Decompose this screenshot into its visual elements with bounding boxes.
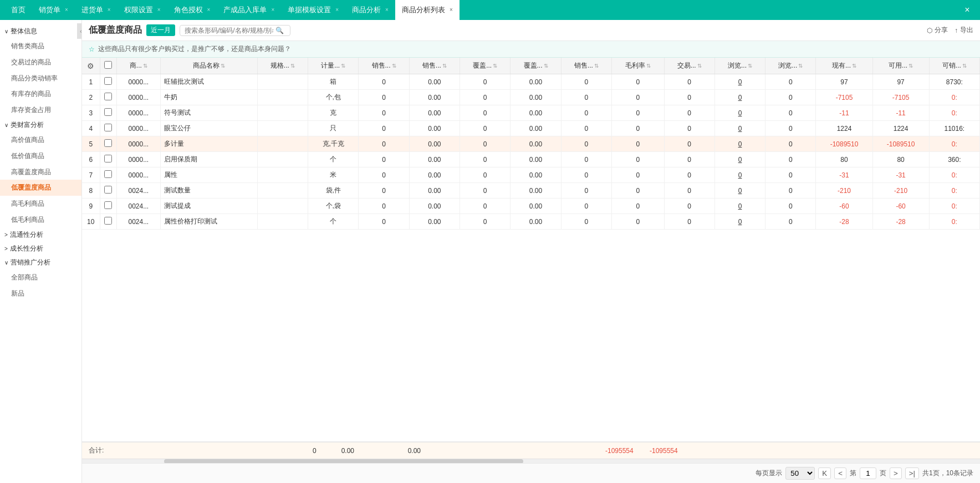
- sidebar-collapse-btn[interactable]: «: [77, 23, 82, 39]
- sidebar-item-high-margin[interactable]: 高毛利商品: [0, 196, 81, 212]
- row-browse-count[interactable]: 0: [714, 183, 765, 199]
- col-browse-count2[interactable]: 浏览...⇅: [765, 58, 816, 74]
- close-icon[interactable]: ×: [157, 0, 161, 20]
- nav-permission[interactable]: 权限设置 ×: [118, 0, 167, 20]
- row-browse-count[interactable]: 0: [714, 105, 765, 121]
- row-checkbox[interactable]: [100, 136, 116, 152]
- sidebar-section-growth[interactable]: > 成长性分析: [0, 242, 81, 256]
- next-page-button[interactable]: >: [890, 467, 902, 479]
- nav-template[interactable]: 单据模板设置 ×: [281, 0, 345, 20]
- col-browse-count[interactable]: 浏览...⇅: [714, 58, 765, 74]
- nav-purchase[interactable]: 进货单 ×: [75, 0, 118, 20]
- row-select-checkbox[interactable]: [104, 186, 112, 194]
- sidebar-item-traded-goods[interactable]: 交易过的商品: [0, 54, 81, 70]
- col-trade-count[interactable]: 交易...⇅: [664, 58, 714, 74]
- row-select-checkbox[interactable]: [104, 170, 112, 178]
- close-icon[interactable]: ×: [450, 0, 453, 20]
- row-checkbox[interactable]: [100, 74, 116, 90]
- col-spec[interactable]: 规格...⇅: [257, 58, 308, 74]
- share-button[interactable]: ⬡ 分享: [927, 26, 948, 35]
- sidebar-item-inventory-capital[interactable]: 库存资金占用: [0, 102, 81, 118]
- gear-icon[interactable]: ⚙: [87, 62, 94, 70]
- row-select-checkbox[interactable]: [104, 93, 112, 100]
- row-select-checkbox[interactable]: [104, 139, 112, 147]
- col-gear[interactable]: ⚙: [82, 58, 100, 74]
- col-name[interactable]: 商品名称⇅: [161, 58, 258, 74]
- row-select-checkbox[interactable]: [104, 201, 112, 209]
- prev-page-button[interactable]: <: [834, 467, 846, 479]
- row-select-checkbox[interactable]: [104, 77, 112, 85]
- row-checkbox[interactable]: [100, 214, 116, 230]
- row-checkbox[interactable]: [100, 167, 116, 183]
- row-browse-count[interactable]: 0: [714, 90, 765, 105]
- search-icon[interactable]: 🔍: [275, 27, 284, 34]
- col-sales-qty[interactable]: 销售...⇅: [359, 58, 409, 74]
- col-current-stock[interactable]: 现有...⇅: [816, 58, 872, 74]
- export-button[interactable]: ↑ 导出: [955, 26, 973, 35]
- first-page-button[interactable]: K: [818, 467, 831, 479]
- col-saleable-stock[interactable]: 可销...⇅: [929, 58, 979, 74]
- last-page-button[interactable]: >|: [905, 467, 919, 479]
- row-select-checkbox[interactable]: [104, 217, 112, 225]
- close-icon[interactable]: ×: [385, 0, 389, 20]
- row-checkbox[interactable]: [100, 105, 116, 121]
- window-close-button[interactable]: ×: [959, 0, 976, 20]
- sidebar-item-low-coverage[interactable]: 低覆盖度商品: [0, 180, 81, 196]
- row-checkbox[interactable]: [100, 183, 116, 199]
- row-cover-qty: 0: [460, 167, 511, 183]
- row-checkbox[interactable]: [100, 90, 116, 105]
- row-browse-count[interactable]: 0: [714, 199, 765, 214]
- row-browse-count[interactable]: 0: [714, 152, 765, 167]
- col-gross-rate[interactable]: 毛利率⇅: [612, 58, 665, 74]
- close-icon[interactable]: ×: [207, 0, 211, 20]
- col-sales-count[interactable]: 销售...⇅: [561, 58, 611, 74]
- sidebar-item-new-goods[interactable]: 新品: [0, 286, 81, 302]
- row-browse-count[interactable]: 0: [714, 74, 765, 90]
- select-all-checkbox[interactable]: [104, 61, 112, 69]
- sidebar-section-flow[interactable]: > 流通性分析: [0, 228, 81, 242]
- col-code[interactable]: 商...⇅: [116, 58, 161, 74]
- sidebar-item-low-value[interactable]: 低价值商品: [0, 148, 81, 164]
- sidebar-item-sales-goods[interactable]: 销售类商品: [0, 38, 81, 54]
- row-browse-count[interactable]: 0: [714, 136, 765, 152]
- col-cover-amt[interactable]: 覆盖...⇅: [511, 58, 561, 74]
- nav-sales-order[interactable]: 销货单 ×: [32, 0, 75, 20]
- nav-role[interactable]: 角色授权 ×: [167, 0, 217, 20]
- row-spec: [257, 74, 308, 90]
- row-select-checkbox[interactable]: [104, 155, 112, 162]
- nav-product-stock[interactable]: 产成品入库单 ×: [217, 0, 281, 20]
- sidebar-section-marketing[interactable]: ∨ 营销推广分析: [0, 256, 81, 270]
- col-cover-qty[interactable]: 覆盖...⇅: [460, 58, 511, 74]
- close-icon[interactable]: ×: [335, 0, 339, 20]
- page-input[interactable]: [860, 467, 876, 479]
- sidebar-item-all-goods[interactable]: 全部商品: [0, 270, 81, 286]
- nav-home[interactable]: 首页: [4, 0, 32, 20]
- nav-goods-analysis[interactable]: 商品分析 ×: [345, 0, 395, 20]
- row-select-checkbox[interactable]: [104, 124, 112, 131]
- close-icon[interactable]: ×: [271, 0, 274, 20]
- sidebar-item-stocked-goods[interactable]: 有库存的商品: [0, 86, 81, 102]
- sidebar-section-wealth[interactable]: ∨ 类财富分析: [0, 118, 81, 132]
- sidebar-item-category-rate[interactable]: 商品分类动销率: [0, 70, 81, 87]
- row-browse-count[interactable]: 0: [714, 167, 765, 183]
- sidebar-section-overall[interactable]: ∨ 整体信息: [0, 24, 81, 38]
- row-checkbox[interactable]: [100, 121, 116, 136]
- row-checkbox[interactable]: [100, 199, 116, 214]
- col-unit[interactable]: 计量...⇅: [308, 58, 359, 74]
- search-input[interactable]: [185, 27, 273, 34]
- period-button[interactable]: 近一月: [146, 24, 175, 36]
- close-icon[interactable]: ×: [108, 0, 111, 20]
- page-size-select[interactable]: 50 20 100: [785, 467, 815, 480]
- col-sales-amt[interactable]: 销售...⇅: [409, 58, 460, 74]
- row-checkbox[interactable]: [100, 152, 116, 167]
- close-icon[interactable]: ×: [65, 0, 68, 20]
- sidebar-item-high-value[interactable]: 高价值商品: [0, 132, 81, 148]
- nav-goods-analysis-list[interactable]: 商品分析列表 ×: [395, 0, 460, 20]
- row-browse-count[interactable]: 0: [714, 121, 765, 136]
- table-row: 3 0000... 符号测试 克 0 0.00 0 0.00 0 0 0 0 0…: [82, 105, 980, 121]
- sidebar-item-low-margin[interactable]: 低毛利商品: [0, 212, 81, 228]
- row-select-checkbox[interactable]: [104, 108, 112, 116]
- row-browse-count[interactable]: 0: [714, 214, 765, 230]
- col-avail-stock[interactable]: 可用...⇅: [872, 58, 929, 74]
- sidebar-item-high-coverage[interactable]: 高覆盖度商品: [0, 164, 81, 180]
